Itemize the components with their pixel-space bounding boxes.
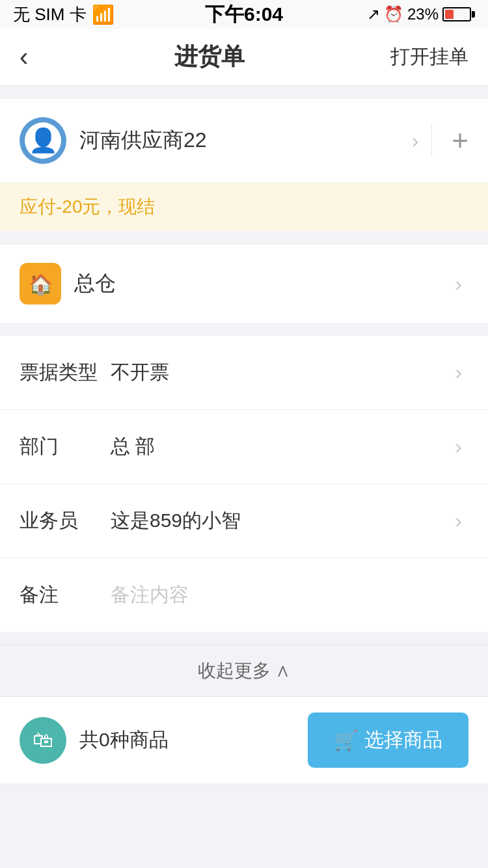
warehouse-chevron-icon: › [455,272,462,296]
warehouse-icon-wrap: 🏠 [20,263,61,305]
department-chevron-icon: › [455,435,462,459]
alarm-icon: ⏰ [384,5,403,23]
salesman-chevron-icon: › [455,509,462,533]
collapse-bar[interactable]: 收起更多 ∧ [0,645,488,697]
invoice-type-row[interactable]: 票据类型 不开票 › [0,336,488,410]
remark-input[interactable]: 备注内容 [111,582,468,608]
warehouse-divider [0,231,488,244]
salesman-row[interactable]: 业务员 这是859的小智 › [0,484,488,558]
product-bar: 🛍 共0种商品 🛒 选择商品 [0,697,488,783]
back-button[interactable]: ‹ [20,42,28,72]
product-icon-wrap: 🛍 [20,717,66,764]
carrier-text: 无 SIM 卡 [13,3,87,26]
supplier-divider [431,124,432,157]
invoice-type-chevron-icon: › [455,360,462,385]
add-supplier-button[interactable]: + [452,124,468,157]
balance-notice: 应付-20元，现结 [0,183,488,231]
supplier-name: 河南供应商22 [79,126,412,155]
warehouse-section: 🏠 总仓 › [0,244,488,323]
remark-row[interactable]: 备注 备注内容 [0,558,488,632]
battery-icon [442,7,475,21]
select-product-button[interactable]: 🛒 选择商品 [308,712,468,768]
supplier-section: 👤 河南供应商22 › + 应付-20元，现结 [0,99,488,231]
page-title: 进货单 [174,41,245,73]
collapse-label: 收起更多 ∧ [198,658,291,683]
remark-label: 备注 [20,582,111,608]
warehouse-icon: 🏠 [29,273,53,295]
select-product-label: 选择商品 [364,727,442,753]
status-right: ↗ ⏰ 23% [367,5,475,23]
status-time: 下午6:04 [205,1,283,28]
nav-bar: ‹ 进货单 打开挂单 [0,29,488,86]
product-icon: 🛍 [33,728,53,752]
battery-text: 23% [407,5,439,23]
wifi-icon: 📶 [92,4,115,25]
form-section: 票据类型 不开票 › 部门 总 部 › 业务员 这是859的小智 › 备注 备注… [0,336,488,632]
salesman-value: 这是859的小智 [111,508,455,534]
content-background [0,783,488,868]
warehouse-row[interactable]: 🏠 总仓 › [0,244,488,323]
department-value: 总 部 [111,433,455,460]
open-pending-button[interactable]: 打开挂单 [390,44,468,70]
invoice-type-value: 不开票 [111,359,455,386]
product-count: 共0种商品 [79,727,308,753]
warehouse-name: 总仓 [74,269,455,298]
supplier-avatar: 👤 [20,117,66,164]
supplier-row[interactable]: 👤 河南供应商22 › + [0,99,488,183]
person-icon: 👤 [29,127,58,154]
status-left: 无 SIM 卡 📶 [13,3,115,26]
department-label: 部门 [20,433,111,460]
department-row[interactable]: 部门 总 部 › [0,410,488,484]
top-divider [0,86,488,99]
status-bar: 无 SIM 卡 📶 下午6:04 ↗ ⏰ 23% [0,0,488,29]
supplier-chevron-icon: › [412,129,419,153]
salesman-label: 业务员 [20,508,111,534]
invoice-type-label: 票据类型 [20,359,111,386]
location-icon: ↗ [367,5,380,23]
select-product-icon: 🛒 [334,729,358,752]
